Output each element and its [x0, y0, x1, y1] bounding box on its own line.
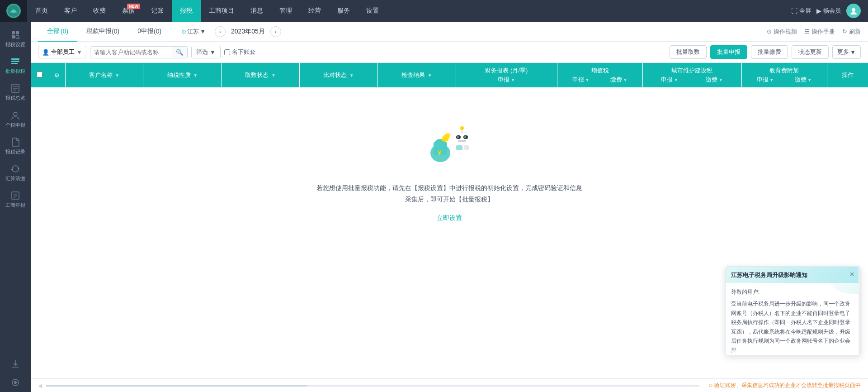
manual-icon: ☰: [804, 28, 810, 35]
toolbar: 👤 全部员工 ▼ 🔍 筛选 ▼ 名下账套 批量取数 批量申报 批量缴费 状态更新: [31, 42, 868, 63]
th-fetch-status: 取数状态 ▼: [222, 63, 300, 87]
logo-icon: [6, 4, 21, 18]
robot-illustration: ¥: [420, 115, 479, 173]
sidebar-bottom: [0, 354, 31, 392]
nav-message[interactable]: 消息: [242, 0, 271, 22]
nav-accounting[interactable]: 记账: [143, 0, 172, 22]
tab-all[interactable]: 全部(0): [38, 22, 77, 42]
more-btn[interactable]: 更多 ▼: [832, 45, 861, 59]
filter-btn[interactable]: 筛选 ▼: [191, 46, 221, 58]
region-select[interactable]: ⊙ 江苏 ▼: [181, 28, 206, 36]
tax-setup-icon: [10, 30, 20, 40]
svg-line-7: [19, 38, 19, 39]
logo[interactable]: [0, 0, 27, 22]
date-next-btn[interactable]: ›: [270, 26, 281, 37]
settings-gear-icon[interactable]: ⚙: [54, 72, 60, 79]
video-btn[interactable]: ⊙ 操作视频: [767, 28, 797, 36]
notification-close-btn[interactable]: ✕: [849, 271, 855, 277]
horizontal-scrollbar[interactable]: [46, 385, 699, 387]
nav-billing[interactable]: 收费: [85, 0, 114, 22]
notification-content: 受当前电子税务局进一步升级的影响，同一个政务网账号（办税人）名下的企业不能再同时…: [731, 299, 855, 354]
nav-tax[interactable]: 报税: [172, 0, 201, 22]
employee-select[interactable]: 👤 全部员工 ▼: [38, 46, 86, 58]
batch-declare-btn[interactable]: 批量申报: [710, 45, 747, 59]
nav-invoice[interactable]: 票据 NEW: [114, 0, 143, 22]
th-tax-type: 纳税性质 ▼: [143, 63, 222, 87]
sidebar-item-batch-tax[interactable]: 批量报税: [0, 52, 31, 79]
status-update-btn[interactable]: 状态更新: [792, 45, 829, 59]
notification-scrollbar[interactable]: [859, 267, 860, 355]
batch-pay-btn[interactable]: 批量缴费: [751, 45, 788, 59]
sidebar-item-tax-record[interactable]: 报税记录: [0, 133, 31, 159]
compare-filter-icon[interactable]: ▼: [349, 73, 354, 78]
nav-right: ⛶ 全屏 ▶ 畅会员: [791, 4, 868, 18]
setup-link[interactable]: 立即设置: [437, 214, 462, 222]
tab-zero-declaration[interactable]: 0申报(0): [128, 22, 170, 42]
sidebar-item-tax-setup[interactable]: 报税设置: [0, 25, 31, 52]
tax-record-label: 报税记录: [5, 149, 25, 155]
sidebar-item-clearing[interactable]: 汇算清缴: [0, 159, 31, 186]
scroll-thumb: [46, 385, 307, 387]
select-all-checkbox[interactable]: [37, 72, 42, 77]
svg-rect-34: [457, 136, 459, 138]
date-display: 2023年05月: [231, 28, 265, 36]
account-checkbox[interactable]: [224, 49, 230, 55]
checkbox-label[interactable]: 名下账套: [224, 48, 255, 56]
nav-operation[interactable]: 经营: [300, 0, 329, 22]
sidebar-item-download[interactable]: [0, 354, 31, 373]
refresh-btn[interactable]: ↻ 刷新: [842, 28, 861, 36]
fullscreen-btn[interactable]: ⛶ 全屏: [791, 7, 811, 15]
svg-rect-5: [12, 35, 15, 38]
svg-point-44: [460, 126, 464, 130]
customer-filter-icon[interactable]: ▼: [115, 73, 119, 78]
sidebar-item-user-setting[interactable]: [0, 373, 31, 392]
fetch-status-filter-icon[interactable]: ▼: [271, 73, 276, 78]
clearing-icon: [10, 164, 20, 174]
financial-declare-sub: 申报▼: [498, 76, 515, 84]
sidebar-item-annual-report[interactable]: 工商年报: [0, 186, 31, 213]
svg-point-22: [14, 381, 17, 384]
empty-state: ¥: [31, 87, 868, 240]
tax-setup-label: 报税设置: [5, 42, 25, 48]
status-bar: ◀ ⊙ 验证账密、采集信息均成功的企业才会流转至批量报税页面中: [31, 378, 868, 392]
nav-items: 首页 客户 收费 票据 NEW 记账 报税 工商项目 消息 管理 经营 服务 设…: [27, 0, 791, 22]
notification-header: 江苏电子税务局升级影响通知 ✕: [726, 267, 860, 283]
annual-report-label: 工商年报: [5, 202, 25, 208]
manual-btn[interactable]: ☰ 操作手册: [804, 28, 835, 36]
user-avatar[interactable]: [846, 4, 861, 18]
date-prev-btn[interactable]: ‹: [215, 26, 226, 37]
region-chevron: ▼: [200, 28, 206, 35]
svg-point-29: [444, 133, 451, 137]
th-check-result: 检查结果 ▼: [377, 63, 456, 87]
video-icon: ⊙: [767, 28, 772, 35]
batch-fetch-btn[interactable]: 批量取数: [670, 45, 707, 59]
check-filter-icon[interactable]: ▼: [428, 73, 432, 78]
svg-rect-35: [464, 136, 466, 138]
empty-text: 若您想使用批量报税功能，请先在【报税设置】中进行报税的初始化设置，完成密码验证和…: [314, 182, 585, 205]
svg-rect-10: [11, 63, 18, 64]
new-badge: NEW: [127, 4, 140, 9]
th-financial-report: 财务报表 (月/季) 申报▼: [456, 63, 557, 87]
filter-chevron: ▼: [210, 49, 216, 56]
main-table: ⚙ 客户名称 ▼ 纳税性质 ▼ 取数状态 ▼: [31, 63, 868, 240]
tab-tax-declaration[interactable]: 税款申报(0): [77, 22, 128, 42]
th-operation: 操作: [827, 63, 868, 87]
nav-business[interactable]: 工商项目: [201, 0, 242, 22]
sidebar-item-tax-summary[interactable]: 报税总览: [0, 79, 31, 105]
search-button[interactable]: 🔍: [172, 47, 187, 58]
nav-service[interactable]: 服务: [329, 0, 358, 22]
search-input[interactable]: [90, 47, 172, 57]
tax-record-icon: [10, 137, 20, 147]
nav-settings[interactable]: 设置: [358, 0, 387, 22]
nav-customer[interactable]: 客户: [56, 0, 85, 22]
sidebar-item-personal-tax[interactable]: 个税申报: [0, 106, 31, 133]
tax-type-filter-icon[interactable]: ▼: [193, 73, 198, 78]
notification-body: 尊敬的用户: 受当前电子税务局进一步升级的影响，同一个政务网账号（办税人）名下的…: [726, 283, 860, 355]
svg-rect-39: [447, 142, 453, 144]
search-wrap: 🔍: [90, 46, 188, 58]
th-settings: ⚙: [49, 63, 65, 87]
nav-management[interactable]: 管理: [271, 0, 300, 22]
nav-home[interactable]: 首页: [27, 0, 56, 22]
membership-btn[interactable]: ▶ 畅会员: [816, 7, 841, 15]
more-chevron: ▼: [850, 49, 856, 56]
